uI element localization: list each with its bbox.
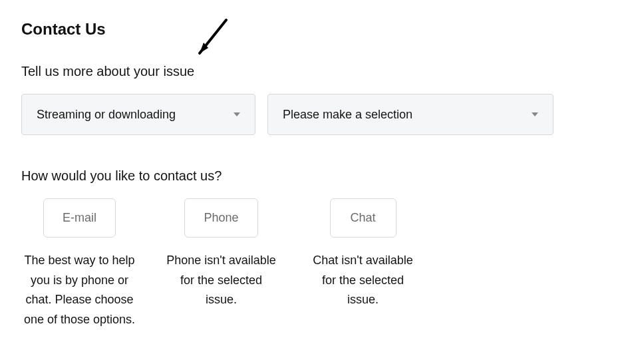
- phone-desc: Phone isn't available for the selected i…: [163, 251, 279, 310]
- issue-category-dropdown[interactable]: Streaming or downloading: [21, 94, 255, 135]
- chat-desc: Chat isn't available for the selected is…: [305, 251, 421, 310]
- page-title: Contact Us: [21, 20, 644, 39]
- issue-category-value: Streaming or downloading: [37, 108, 176, 122]
- issue-selects-row: Streaming or downloading Please make a s…: [21, 94, 644, 135]
- contact-option-chat: Chat Chat isn't available for the select…: [305, 198, 421, 330]
- chevron-down-icon: [532, 112, 538, 116]
- chat-button[interactable]: Chat: [330, 198, 397, 238]
- email-desc: The best way to help you is by phone or …: [21, 251, 138, 330]
- phone-button[interactable]: Phone: [184, 198, 257, 238]
- email-button[interactable]: E-mail: [43, 198, 116, 238]
- contact-options-row: E-mail The best way to help you is by ph…: [21, 198, 644, 330]
- contact-option-email: E-mail The best way to help you is by ph…: [21, 198, 138, 330]
- contact-option-phone: Phone Phone isn't available for the sele…: [163, 198, 279, 330]
- issue-detail-value: Please make a selection: [283, 108, 412, 122]
- issue-detail-dropdown[interactable]: Please make a selection: [267, 94, 554, 135]
- svg-marker-1: [200, 43, 208, 53]
- issue-prompt: Tell us more about your issue: [21, 64, 644, 79]
- contact-prompt: How would you like to contact us?: [21, 168, 644, 184]
- chevron-down-icon: [234, 112, 240, 116]
